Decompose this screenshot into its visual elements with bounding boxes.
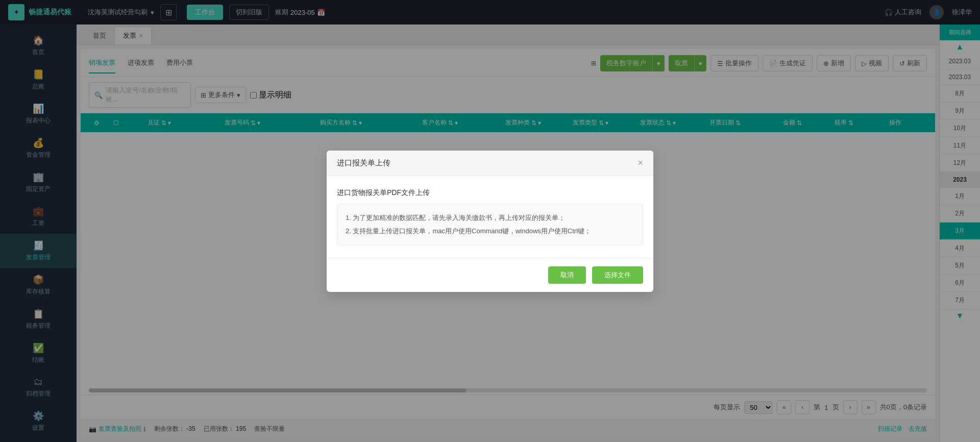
modal-body: 进口货物报关单PDF文件上传 1. 为了更加精准的数据匹配，请先录入海关缴款书，…: [327, 176, 653, 258]
modal-footer: 取消 选择文件: [327, 258, 653, 292]
modal-title: 进口报关单上传: [337, 158, 390, 168]
modal-header: 进口报关单上传 ×: [327, 151, 653, 176]
modal-overlay: 进口报关单上传 × 进口货物报关单PDF文件上传 1. 为了更加精准的数据匹配，…: [0, 0, 980, 442]
modal-section-title: 进口货物报关单PDF文件上传: [337, 188, 643, 198]
modal-info-box: 1. 为了更加精准的数据匹配，请先录入海关缴款书，再上传对应的报关单； 2. 支…: [337, 204, 643, 245]
import-customs-modal: 进口报关单上传 × 进口货物报关单PDF文件上传 1. 为了更加精准的数据匹配，…: [327, 151, 653, 292]
cancel-button[interactable]: 取消: [548, 266, 586, 284]
modal-info-line1: 1. 为了更加精准的数据匹配，请先录入海关缴款书，再上传对应的报关单；: [346, 211, 634, 225]
modal-close-button[interactable]: ×: [638, 158, 643, 168]
select-file-button[interactable]: 选择文件: [592, 266, 643, 284]
modal-info-line2: 2. 支持批量上传进口报关单，mac用户使用Command键，windows用户…: [346, 225, 634, 238]
